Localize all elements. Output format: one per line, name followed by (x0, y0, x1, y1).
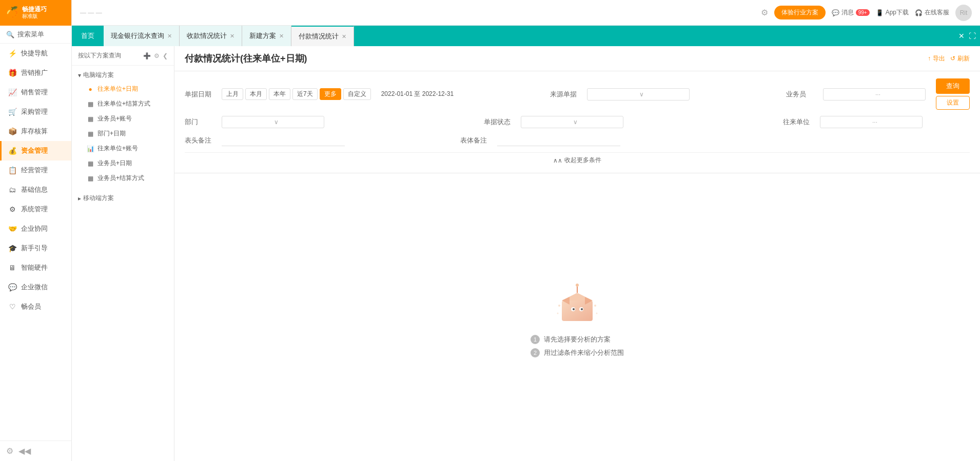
mobile-collapse-arrow: ▸ (78, 195, 81, 202)
edit-scheme-icon[interactable]: ⚙ (154, 52, 160, 59)
trial-btn[interactable]: 体验行业方案 (774, 6, 826, 19)
tab-new-scheme[interactable]: 新建方案 ✕ (242, 26, 291, 46)
sidebar-item-wechat[interactable]: 💬 企业微信 (0, 277, 71, 297)
scheme-staff-date[interactable]: ▦ 业务员+日期 (72, 156, 174, 171)
sidebar-item-sales[interactable]: 📈 销售管理 (0, 83, 71, 102)
date-btn-last-month[interactable]: 上月 (222, 88, 243, 100)
sidebar-item-quick-nav[interactable]: ⚡ 快捷导航 (0, 44, 71, 63)
app-name: 畅捷通巧 (22, 6, 47, 13)
settings-bottom-icon[interactable]: ⚙ (6, 446, 13, 456)
body-remark-label: 表体备注 (460, 136, 491, 145)
online-service-btn[interactable]: 🎧 在线客服 (915, 8, 949, 17)
date-btn-more[interactable]: 更多 (320, 88, 341, 100)
breadcrumb-text: — — — (80, 9, 102, 16)
sidebar-search[interactable]: 🔍 搜索菜单 (0, 26, 71, 44)
collapse-filter-btn[interactable]: ∧∧ 收起更多条件 (185, 152, 970, 168)
collapse-left-icon[interactable]: ❮ (163, 52, 168, 59)
tab-home[interactable]: 首页 (72, 26, 104, 46)
set-btn[interactable]: 设置 (936, 96, 970, 110)
tip-num-2: 2 (531, 348, 540, 357)
sidebar-item-enterprise[interactable]: 🤝 企业协同 (0, 219, 71, 238)
tab-collection-stats-close[interactable]: ✕ (230, 33, 234, 39)
empty-illustration (552, 277, 603, 329)
filter-row-remark: 表头备注 表体备注 (185, 134, 970, 146)
tab-bank-flow-close[interactable]: ✕ (167, 33, 172, 39)
date-btn-custom[interactable]: 自定义 (343, 88, 371, 100)
collapse-arrow: ▾ (78, 72, 81, 79)
partner-select[interactable]: ··· (820, 116, 923, 128)
empty-tip-2: 2 用过滤条件来缩小分析范围 (531, 348, 624, 357)
wechat-icon: 💬 (8, 283, 17, 292)
scheme-unit-date[interactable]: ● 往来单位+日期 (72, 82, 174, 96)
body-remark-input[interactable] (497, 134, 620, 146)
sidebar-item-basic-info[interactable]: 🗂 基础信息 (0, 180, 71, 199)
tab-payment-stats-close[interactable]: ✕ (342, 33, 346, 40)
sidebar-item-marketing[interactable]: 🎁 营销推广 (0, 63, 71, 83)
app-download-btn[interactable]: 📱 App下载 (876, 8, 909, 17)
scheme-staff-settle[interactable]: ▦ 业务员+结算方式 (72, 171, 174, 186)
sidebar-item-operation[interactable]: 📋 经营管理 (0, 161, 71, 180)
scheme-unit-account[interactable]: 📊 往来单位+账号 (72, 141, 174, 156)
sidebar-item-label: 智能硬件 (21, 263, 48, 272)
scheme-unit-date-label: 往来单位+日期 (97, 85, 138, 93)
scheme-staff-settle-label: 业务员+结算方式 (97, 174, 144, 183)
date-btn-this-month[interactable]: 本月 (245, 88, 267, 100)
sidebar-item-guide[interactable]: 🎓 新手引导 (0, 238, 71, 258)
logo-icon: 🍊 (5, 6, 19, 19)
collapse-filter-label: 收起更多条件 (564, 156, 601, 165)
date-btn-7days[interactable]: 近7天 (292, 88, 318, 100)
tab-fullscreen-icon[interactable]: ⛶ (969, 32, 976, 40)
head-remark-input[interactable] (222, 134, 345, 146)
mobile-scheme-group: ▸ 移动端方案 (72, 189, 174, 208)
tab-new-scheme-close[interactable]: ✕ (279, 33, 284, 39)
staff-select[interactable]: ··· (823, 88, 926, 101)
sidebar-item-label: 采购管理 (21, 107, 48, 116)
sidebar-item-system[interactable]: ⚙ 系统管理 (0, 199, 71, 219)
source-select-arrow: ∨ (639, 91, 685, 98)
date-btn-this-year[interactable]: 本年 (269, 88, 290, 100)
app-sub: 标准版 (22, 13, 47, 20)
scheme-dept-date[interactable]: ▦ 部门+日期 (72, 126, 174, 141)
date-label: 单据日期 (185, 90, 215, 99)
gear-icon[interactable]: ⚙ (761, 8, 768, 17)
mobile-group-title[interactable]: ▸ 移动端方案 (72, 192, 174, 205)
inventory-icon: 📦 (8, 127, 17, 136)
export-btn[interactable]: ↑ 导出 (928, 54, 945, 63)
left-panel: 按以下方案查询 ➕ ⚙ ❮ ▾ 电脑端方案 ● 往来单位+日期 ▦ (72, 46, 174, 461)
sidebar-item-label: 企业微信 (21, 283, 48, 292)
search-label: 搜索菜单 (17, 30, 44, 39)
refresh-btn[interactable]: ↺ 刷新 (950, 54, 970, 63)
tip-num-1: 1 (531, 335, 540, 344)
sidebar-item-inventory[interactable]: 📦 库存核算 (0, 122, 71, 141)
collapse-sidebar-icon[interactable]: ◀◀ (18, 446, 31, 456)
scheme-unit-settle-label: 往来单位+结算方式 (97, 99, 150, 108)
source-select[interactable]: ∨ (587, 88, 690, 101)
desktop-group-title[interactable]: ▾ 电脑端方案 (72, 69, 174, 82)
sidebar-item-vip[interactable]: ♡ 畅会员 (0, 297, 71, 316)
dept-select[interactable]: ∨ (222, 116, 324, 128)
tab-close-all-icon[interactable]: ✕ (958, 32, 965, 40)
tab-home-label: 首页 (81, 31, 94, 41)
tab-bank-flow[interactable]: 现金银行流水查询 ✕ (104, 26, 180, 46)
status-select[interactable]: ∨ (521, 116, 623, 128)
left-panel-header-icons: ➕ ⚙ ❮ (143, 52, 168, 59)
left-panel-header: 按以下方案查询 ➕ ⚙ ❮ (72, 46, 174, 66)
tab-collection-stats[interactable]: 收款情况统计 ✕ (180, 26, 242, 46)
sidebar-item-purchase[interactable]: 🛒 采购管理 (0, 102, 71, 122)
sidebar-item-smart-hw[interactable]: 🖥 智能硬件 (0, 258, 71, 277)
scheme-unit-settle[interactable]: ▦ 往来单位+结算方式 (72, 96, 174, 111)
dept-date-icon: ▦ (86, 130, 94, 138)
message-btn[interactable]: 💬 消息 99+ (832, 8, 870, 17)
message-label: 消息 (841, 8, 854, 17)
query-btn[interactable]: 查询 (936, 78, 970, 94)
online-service-label: 在线客服 (925, 8, 949, 17)
tab-payment-stats[interactable]: 付款情况统计 ✕ (291, 26, 354, 46)
add-scheme-icon[interactable]: ➕ (143, 52, 151, 59)
filter-row-dept: 部门 ∨ 单据状态 ∨ 往来单位 ··· (185, 116, 970, 128)
user-avatar[interactable]: Rit (955, 5, 972, 21)
scheme-staff-account[interactable]: ▦ 业务员+账号 (72, 111, 174, 126)
vip-icon: ♡ (8, 302, 17, 311)
sidebar-item-finance[interactable]: 💰 资金管理 (0, 141, 71, 161)
marketing-icon: 🎁 (8, 68, 17, 77)
partner-select-arrow: ··· (872, 118, 918, 126)
